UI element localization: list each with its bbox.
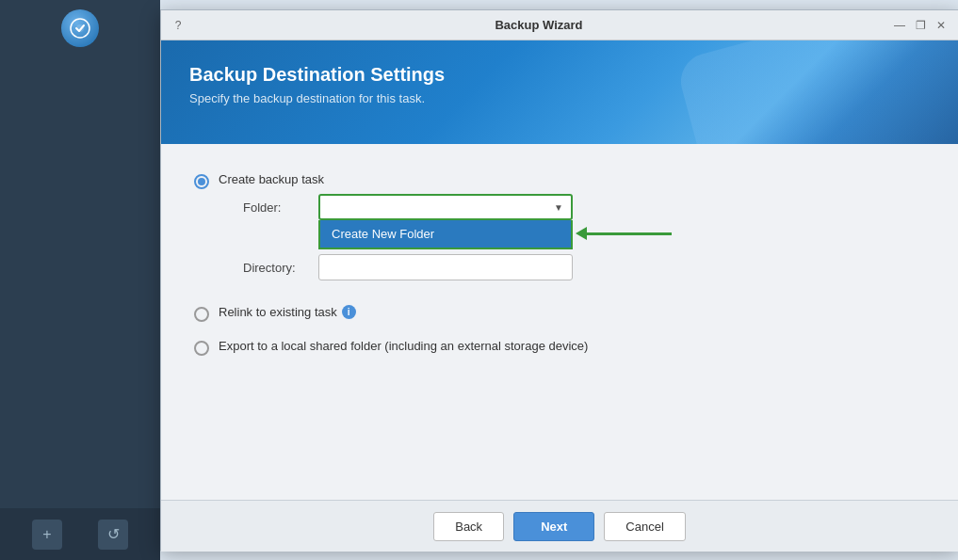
taskbar-bottom: + ↺ [0, 508, 160, 560]
window-title: Backup Wizard [186, 18, 892, 32]
history-button[interactable]: ↺ [98, 520, 128, 550]
arrow-line [587, 232, 672, 235]
radio-create-backup[interactable] [194, 174, 209, 189]
create-backup-label: Create backup task [219, 172, 573, 186]
header-subtitle: Specify the backup destination for this … [189, 91, 930, 105]
back-button[interactable]: Back [433, 512, 504, 541]
export-local-label: Export to a local shared folder (includi… [219, 339, 588, 353]
titlebar: ? Backup Wizard — ❐ ✕ [161, 10, 958, 40]
add-button[interactable]: + [32, 520, 62, 550]
radio-export-local[interactable] [194, 341, 209, 356]
folder-select[interactable]: ▼ [318, 194, 573, 220]
header-banner: Backup Destination Settings Specify the … [161, 40, 958, 144]
folder-dropdown-container: ▼ Create New Folder [318, 194, 573, 220]
directory-input[interactable] [318, 254, 573, 280]
create-new-folder-label: Create New Folder [332, 227, 434, 241]
arrow-annotation [576, 227, 672, 240]
maximize-button[interactable]: ❐ [913, 18, 928, 33]
taskbar-left: + ↺ [0, 0, 160, 560]
header-title: Backup Destination Settings [189, 64, 930, 86]
option-create-backup: Create backup task Folder: [194, 172, 925, 288]
folder-label: Folder: [243, 200, 318, 215]
folder-field-row: Folder: ▼ [243, 194, 573, 220]
arrow-head-icon [576, 227, 587, 240]
backup-wizard-window: ? Backup Wizard — ❐ ✕ Backup Destination… [160, 9, 958, 551]
footer: Back Next Cancel [161, 500, 958, 552]
radio-relink[interactable] [194, 307, 209, 322]
window-inner: Backup Destination Settings Specify the … [161, 40, 958, 552]
minimize-button[interactable]: — [892, 18, 907, 33]
directory-field-row: Directory: [243, 254, 573, 280]
folder-dropdown-open: Create New Folder [318, 220, 573, 249]
create-new-folder-option[interactable]: Create New Folder [320, 220, 571, 248]
app-logo [61, 9, 99, 47]
option-export-local: Export to a local shared folder (includi… [194, 339, 925, 356]
help-button[interactable]: ? [170, 18, 186, 33]
content-area: Create backup task Folder: [161, 144, 958, 552]
directory-label: Directory: [243, 261, 318, 275]
titlebar-help-controls: ? [170, 18, 186, 33]
svg-point-1 [76, 24, 84, 32]
next-button[interactable]: Next [513, 512, 594, 541]
window-controls: — ❐ ✕ [892, 18, 949, 33]
close-button[interactable]: ✕ [934, 18, 949, 33]
desktop: + ↺ ? Backup Wizard — ❐ ✕ Backup Destina… [0, 0, 958, 560]
cancel-button[interactable]: Cancel [604, 512, 685, 541]
relink-label: Relink to existing task [219, 305, 337, 319]
relink-info-icon[interactable]: i [342, 305, 356, 319]
select-arrow-icon: ▼ [554, 202, 563, 213]
option-relink: Relink to existing task i [194, 305, 925, 322]
folder-section: Folder: ▼ [243, 194, 573, 280]
